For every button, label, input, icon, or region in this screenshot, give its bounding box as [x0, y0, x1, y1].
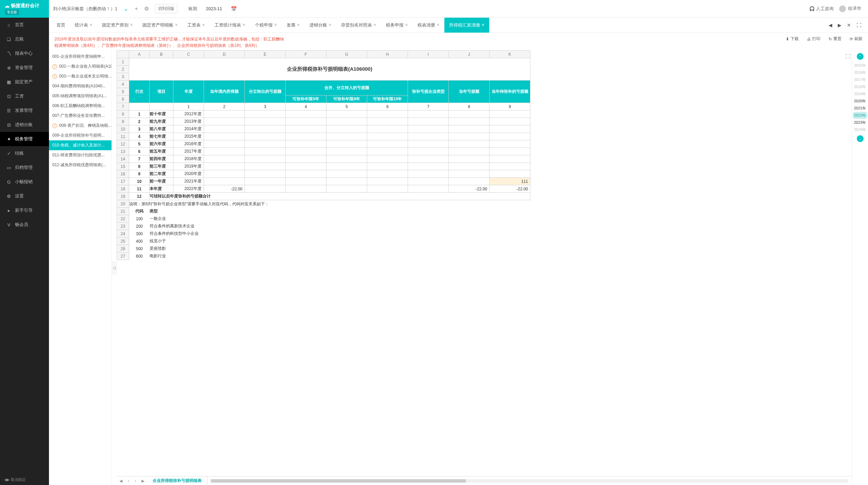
sidebar-item-8[interactable]: ✦税务管理 [0, 132, 49, 146]
data-cell[interactable] [204, 118, 245, 125]
sheet-nav-next-button[interactable]: › [132, 479, 139, 483]
data-cell[interactable]: 前一年度 [150, 178, 173, 185]
tree-node-8[interactable]: 009-企业所得税弥补亏损明... [49, 131, 112, 140]
data-cell[interactable] [490, 155, 530, 163]
row-header[interactable]: 8 [117, 110, 129, 118]
data-cell[interactable] [204, 110, 245, 118]
tab-5[interactable]: 工资统计报表✕ [210, 18, 250, 33]
row-header[interactable]: 10 [117, 125, 129, 133]
data-cell[interactable] [245, 170, 286, 178]
data-cell[interactable]: 6 [367, 103, 408, 110]
data-cell[interactable] [490, 110, 530, 118]
row-header[interactable]: 7 [117, 103, 129, 110]
data-cell[interactable]: 2022年度 [173, 185, 204, 193]
data-cell[interactable]: 8 [129, 163, 150, 170]
data-cell[interactable] [408, 118, 449, 125]
data-cell[interactable]: 前十年度 [150, 110, 173, 118]
data-cell[interactable] [490, 133, 530, 140]
tree-node-6[interactable]: 007-广告费和业务宣传费跨... [49, 111, 112, 121]
tab-close-icon[interactable]: ✕ [437, 23, 440, 27]
data-cell[interactable] [490, 125, 530, 133]
data-cell[interactable] [245, 148, 286, 155]
data-cell[interactable]: 前六年度 [150, 140, 173, 148]
col-header[interactable]: D [204, 51, 245, 58]
data-cell[interactable]: 本年度 [150, 185, 173, 193]
tab-9[interactable]: 存货别名对照表✕ [336, 18, 381, 33]
data-cell[interactable] [367, 140, 408, 148]
account-dropdown-icon[interactable]: ⌄ [123, 5, 129, 13]
data-cell[interactable]: 9 [129, 170, 150, 178]
data-cell[interactable] [367, 155, 408, 163]
consult-button[interactable]: 🎧 人工咨询 [809, 6, 834, 12]
year-option[interactable]: 2021年 [853, 105, 867, 112]
sidebar-item-5[interactable]: ⊡工资 [0, 89, 49, 103]
data-cell[interactable] [326, 185, 367, 193]
data-cell[interactable] [245, 140, 286, 148]
data-cell[interactable] [286, 110, 326, 118]
data-cell[interactable] [245, 110, 286, 118]
data-cell[interactable] [245, 118, 286, 125]
col-header[interactable]: K [490, 51, 530, 58]
data-cell[interactable] [204, 170, 245, 178]
data-cell[interactable] [367, 125, 408, 133]
col-header[interactable]: I [408, 51, 449, 58]
data-cell[interactable]: 111 [490, 178, 530, 185]
col-header[interactable]: C [173, 51, 204, 58]
data-cell[interactable] [408, 133, 449, 140]
data-cell[interactable]: 11 [129, 185, 150, 193]
tab-scroll-left-button[interactable]: ◀ [827, 21, 834, 29]
data-cell[interactable]: 6 [129, 148, 150, 155]
data-cell[interactable] [449, 155, 490, 163]
data-cell[interactable]: 5 [326, 103, 367, 110]
tab-close-icon[interactable]: ✕ [328, 23, 331, 27]
data-cell[interactable]: 2012年度 [173, 110, 204, 118]
data-cell[interactable]: 4 [129, 133, 150, 140]
data-cell[interactable] [449, 110, 490, 118]
data-cell[interactable] [245, 163, 286, 170]
tab-close-all-button[interactable]: ✕ [846, 21, 852, 29]
data-cell[interactable]: 可结转以后年度弥补的亏损额合计 [150, 193, 530, 200]
data-cell[interactable] [449, 133, 490, 140]
expand-sheet-button[interactable]: ⛶ [846, 54, 850, 59]
row-header[interactable]: 9 [117, 118, 129, 125]
data-cell[interactable] [245, 178, 286, 185]
year-option[interactable]: 2022年 [853, 112, 867, 119]
spreadsheet[interactable]: ABCDEFGHIJK1企业所得税弥补亏损明细表(A106000)234行次项目… [117, 50, 852, 476]
data-cell[interactable]: 前九年度 [150, 118, 173, 125]
data-cell[interactable]: 4 [286, 103, 326, 110]
data-cell[interactable] [490, 148, 530, 155]
row-header[interactable]: 18 [117, 185, 129, 193]
data-cell[interactable]: 前三年度 [150, 163, 173, 170]
data-cell[interactable] [204, 140, 245, 148]
data-cell[interactable]: 2016年度 [173, 140, 204, 148]
data-cell[interactable] [367, 133, 408, 140]
tab-close-icon[interactable]: ✕ [274, 23, 277, 27]
data-cell[interactable]: 2 [129, 118, 150, 125]
sidebar-item-3[interactable]: ⊕资金管理 [0, 60, 49, 75]
row-header[interactable]: 23 [117, 223, 129, 230]
col-header[interactable]: F [286, 51, 326, 58]
data-cell[interactable]: -22.00 [204, 185, 245, 193]
tab-11[interactable]: 税表清册✕ [413, 18, 444, 33]
tree-node-5[interactable]: 006-职工薪酬纳税调整明细... [49, 101, 112, 111]
data-cell[interactable] [408, 163, 449, 170]
data-cell[interactable]: 7 [408, 103, 449, 110]
row-header[interactable]: 1 [117, 58, 129, 66]
tab-0[interactable]: 首页 [52, 18, 70, 33]
sidebar-item-4[interactable]: ▦固定资产 [0, 75, 49, 89]
data-cell[interactable] [490, 140, 530, 148]
data-cell[interactable] [326, 125, 367, 133]
data-cell[interactable]: 前二年度 [150, 170, 173, 178]
data-cell[interactable] [286, 118, 326, 125]
data-cell[interactable] [245, 185, 286, 193]
period-value[interactable]: 2023-11 [206, 6, 222, 11]
data-cell[interactable]: 前八年度 [150, 125, 173, 133]
data-cell[interactable] [245, 133, 286, 140]
print-button[interactable]: 🖨 打印 [807, 36, 820, 42]
data-cell[interactable] [449, 125, 490, 133]
year-scroll-down-button[interactable]: ⌄ [857, 135, 864, 142]
tab-3[interactable]: 固定资产明细账✕ [138, 18, 183, 33]
unpin-sidebar-button[interactable]: ◀▶ 取消固定 [0, 474, 49, 485]
col-header[interactable]: B [150, 51, 173, 58]
row-header[interactable]: 2 [117, 66, 129, 73]
